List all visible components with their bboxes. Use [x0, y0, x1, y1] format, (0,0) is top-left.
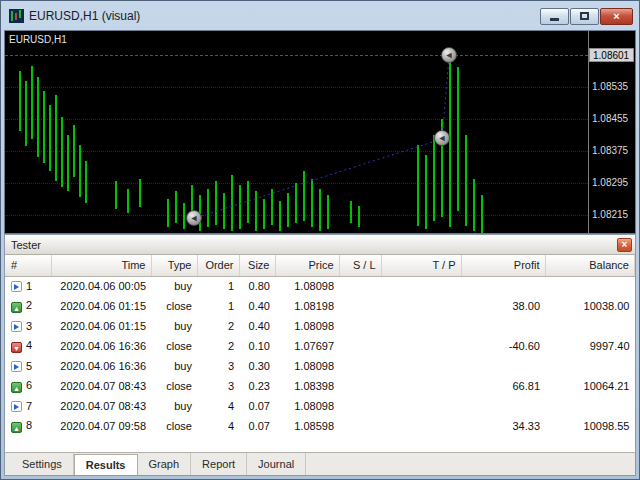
- close-profit-icon: [11, 302, 22, 313]
- cell-balance: 9997.40: [545, 336, 635, 356]
- trade-row[interactable]: 22020.04.06 01:15close10.401.0819838.001…: [5, 296, 635, 316]
- cell-num: 4: [5, 336, 51, 356]
- cell-time: 2020.04.06 16:36: [51, 356, 151, 376]
- window-titlebar: EURUSD,H1 (visual) ×: [4, 4, 636, 30]
- column-header-balance[interactable]: Balance: [545, 255, 635, 276]
- cell-tp: [381, 296, 461, 316]
- cell-order: 1: [197, 276, 239, 296]
- column-header-order[interactable]: Order: [197, 255, 239, 276]
- cell-num: 5: [5, 356, 51, 376]
- close-profit-icon: [11, 382, 22, 393]
- cell-num: 7: [5, 396, 51, 416]
- cell-sl: [339, 276, 381, 296]
- cell-num: 2: [5, 296, 51, 316]
- cell-price: 1.08098: [275, 276, 339, 296]
- candlestick-chart-icon: [9, 9, 24, 23]
- trade-row[interactable]: 52020.04.06 16:36buy30.301.08098: [5, 356, 635, 376]
- column-header-num[interactable]: #: [5, 255, 51, 276]
- window-controls: ×: [540, 8, 633, 25]
- cell-time: 2020.04.07 08:43: [51, 396, 151, 416]
- cell-balance: [545, 396, 635, 416]
- price-scale[interactable]: 1.08601 1.085351.084551.083751.082951.08…: [588, 31, 635, 233]
- trade-marker-icon[interactable]: ◄: [434, 130, 450, 146]
- column-header-price[interactable]: Price: [275, 255, 339, 276]
- tab-settings[interactable]: Settings: [11, 453, 74, 475]
- cell-balance: [545, 356, 635, 376]
- cell-sl: [339, 396, 381, 416]
- maximize-icon: [580, 12, 589, 20]
- cell-balance: [545, 316, 635, 336]
- cell-profit: 66.81: [461, 376, 545, 396]
- price-tick: 1.08295: [592, 177, 628, 188]
- cell-tp: [381, 336, 461, 356]
- cell-size: 0.07: [239, 416, 275, 436]
- tab-graph[interactable]: Graph: [138, 453, 192, 475]
- trade-row[interactable]: 32020.04.06 01:15buy20.401.08098: [5, 316, 635, 336]
- cell-size: 0.10: [239, 336, 275, 356]
- trade-row[interactable]: 72020.04.07 08:43buy40.071.08098: [5, 396, 635, 416]
- cell-sl: [339, 376, 381, 396]
- tab-journal[interactable]: Journal: [247, 453, 306, 475]
- trade-marker-icon[interactable]: ◄: [186, 210, 202, 226]
- cell-size: 0.07: [239, 396, 275, 416]
- cell-balance: 10038.00: [545, 296, 635, 316]
- cell-order: 4: [197, 396, 239, 416]
- column-header-type[interactable]: Type: [151, 255, 197, 276]
- cell-price: 1.08598: [275, 416, 339, 436]
- cell-profit: -40.60: [461, 336, 545, 356]
- trade-row[interactable]: 42020.04.06 16:36close20.101.07697-40.60…: [5, 336, 635, 356]
- cell-sl: [339, 356, 381, 376]
- price-tick: 1.08535: [592, 81, 628, 92]
- trade-row[interactable]: 12020.04.06 00:05buy10.801.08098: [5, 276, 635, 296]
- trendline[interactable]: [192, 139, 442, 219]
- cell-sl: [339, 316, 381, 336]
- cell-tp: [381, 396, 461, 416]
- cell-order: 1: [197, 296, 239, 316]
- cell-tp: [381, 316, 461, 336]
- cell-type: buy: [151, 396, 197, 416]
- cell-price: 1.07697: [275, 336, 339, 356]
- cell-tp: [381, 276, 461, 296]
- cell-num: 8: [5, 416, 51, 436]
- price-tick: 1.08455: [592, 113, 628, 124]
- cell-order: 2: [197, 336, 239, 356]
- trade-marker-icon[interactable]: ◄: [441, 47, 457, 63]
- cell-profit: 34.33: [461, 416, 545, 436]
- window-title: EURUSD,H1 (visual): [29, 9, 140, 23]
- minimize-button[interactable]: [540, 8, 569, 25]
- trendline[interactable]: [442, 57, 449, 139]
- cell-order: 2: [197, 316, 239, 336]
- column-header-tp[interactable]: T / P: [381, 255, 461, 276]
- trade-row[interactable]: 62020.04.07 08:43close30.231.0839866.811…: [5, 376, 635, 396]
- cell-tp: [381, 416, 461, 436]
- cell-profit: [461, 276, 545, 296]
- tab-report[interactable]: Report: [191, 453, 247, 475]
- trade-row[interactable]: 82020.04.07 09:58close40.071.0859834.331…: [5, 416, 635, 436]
- cell-balance: [545, 276, 635, 296]
- close-loss-icon: [11, 342, 22, 353]
- column-header-profit[interactable]: Profit: [461, 255, 545, 276]
- cell-sl: [339, 416, 381, 436]
- cell-time: 2020.04.06 00:05: [51, 276, 151, 296]
- maximize-button[interactable]: [570, 8, 599, 25]
- cell-num: 1: [5, 276, 51, 296]
- cell-type: close: [151, 376, 197, 396]
- close-button[interactable]: ×: [600, 8, 633, 25]
- chart-symbol-label: EURUSD,H1: [9, 34, 67, 45]
- tester-close-button[interactable]: ×: [617, 238, 632, 252]
- cell-size: 0.30: [239, 356, 275, 376]
- cell-order: 3: [197, 356, 239, 376]
- tab-results[interactable]: Results: [74, 454, 138, 475]
- column-header-sl[interactable]: S / L: [339, 255, 381, 276]
- close-icon: ×: [613, 9, 619, 24]
- cell-time: 2020.04.07 08:43: [51, 376, 151, 396]
- chart-plot-area[interactable]: EURUSD,H1 ◄◄◄: [5, 31, 588, 233]
- close-profit-icon: [11, 422, 22, 433]
- column-header-time[interactable]: Time: [51, 255, 151, 276]
- cell-profit: [461, 356, 545, 376]
- tester-tabs: SettingsResultsGraphReportJournal: [5, 452, 635, 475]
- trendlines-layer: [5, 31, 588, 233]
- column-header-size[interactable]: Size: [239, 255, 275, 276]
- cell-tp: [381, 356, 461, 376]
- results-header-row: #TimeTypeOrderSizePriceS / LT / PProfitB…: [5, 255, 635, 276]
